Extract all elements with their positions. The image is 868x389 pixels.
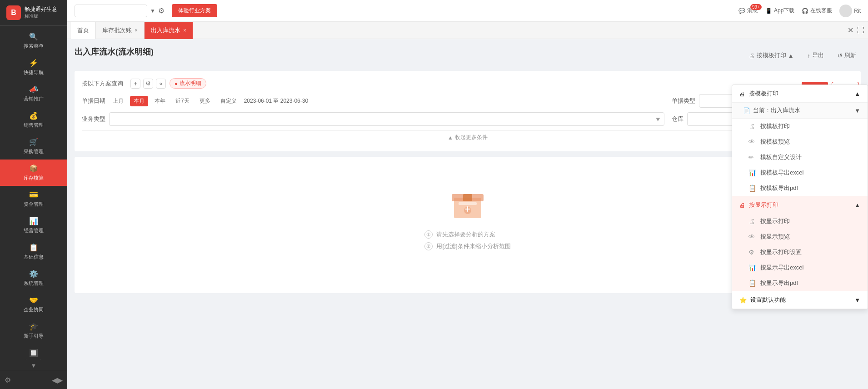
empty-steps: ① 请先选择要分析的方案 ② 用[过滤]条件来缩小分析范围 (424, 230, 510, 250)
tab-flow[interactable]: 出入库流水× (145, 22, 193, 39)
print-template-btn[interactable]: 🖨 按模板打印 ▲ (744, 49, 798, 62)
online-service-item[interactable]: 🎧 在线客服 (802, 7, 832, 15)
default-function-header[interactable]: ⭐ 设置默认功能 ▼ (732, 291, 868, 309)
dp-print-icon: 🖨 (748, 218, 756, 225)
filter-settings-btn[interactable]: ⚙ (143, 79, 153, 89)
sidebar-item-purchase[interactable]: 🛒采购管理 (0, 133, 67, 160)
display-print-item[interactable]: 🖨 按显示打印 (732, 214, 868, 229)
date-btn-本年[interactable]: 本年 (151, 96, 169, 106)
sidebar-item-sales[interactable]: 💰销售管理 (0, 107, 67, 133)
display-print-settings-item[interactable]: ⚙ 按显示打印设置 (732, 244, 868, 260)
chevron-up-icon: ▲ (788, 52, 794, 59)
collapse-icon[interactable]: ◀▶ (52, 376, 63, 384)
refresh-icon: ↺ (838, 52, 843, 59)
export-btn[interactable]: ↑ 导出 (803, 49, 829, 62)
search-input[interactable] (75, 5, 147, 17)
dropdown-title: 🖨 按模板打印 (739, 90, 778, 98)
sidebar-item-search[interactable]: 🔍搜索菜单 (0, 28, 67, 54)
default-function-section: ⭐ 设置默认功能 ▼ (732, 291, 868, 309)
sidebar-item-basic[interactable]: 📋基础信息 (0, 239, 67, 265)
sidebar-item-finance[interactable]: 💳资金管理 (0, 186, 67, 212)
sales-icon: 💰 (29, 111, 38, 120)
svg-rect-3 (459, 202, 477, 205)
template-custom-item[interactable]: ✏ 模板自定义设计 (732, 150, 868, 165)
user-item[interactable]: Rit (839, 5, 861, 17)
display-print-section: 🖨 按显示打印 ▲ 🖨 按显示打印 👁 按显示预览 ⚙ 按显示打印设置 📊 按显… (732, 196, 868, 291)
biz-type-select[interactable] (109, 112, 664, 126)
tab-close-all-btn[interactable]: ✕ (848, 26, 853, 35)
display-print-title-text: 按显示打印 (749, 201, 778, 209)
default-chevron: ▼ (854, 297, 860, 304)
filter-collapse-btn[interactable]: « (156, 79, 166, 89)
sidebar-item-inventory[interactable]: 📦库存核算 (0, 160, 67, 186)
display-print-title: 🖨 按显示打印 (739, 201, 778, 209)
sidebar-item-operations[interactable]: 📊经营管理 (0, 212, 67, 239)
date-btn-本月[interactable]: 本月 (130, 96, 148, 106)
header-gear-icon[interactable]: ⚙ (158, 6, 165, 15)
display-print-settings-label: 按显示打印设置 (760, 248, 802, 256)
step-1-num: ① (424, 230, 433, 239)
template-preview-item[interactable]: 👁 按模板预览 (732, 134, 868, 150)
empty-icon (447, 184, 488, 225)
step-2-text: 用[过滤]条件来缩小分析范围 (436, 242, 510, 250)
filter-tag-icon: ● (175, 80, 178, 87)
template-pdf-item[interactable]: 📋 按模板导出pdf (732, 180, 868, 196)
sidebar-item-guide[interactable]: 🎓新手引导 (0, 318, 67, 344)
display-preview-item[interactable]: 👁 按显示预览 (732, 229, 868, 244)
empty-step-2: ② 用[过滤]条件来缩小分析范围 (424, 242, 510, 250)
header-dropdown-btn[interactable]: ▼ (150, 8, 155, 14)
sidebar-item-marketing[interactable]: 📣营销推广 (0, 80, 67, 107)
display-excel-item[interactable]: 📊 按显示导出excel (732, 260, 868, 275)
tab-label-flow: 出入库流水 (151, 26, 180, 35)
tab-close-batch[interactable]: × (135, 27, 138, 34)
default-icon: ⭐ (739, 297, 747, 304)
logo-icon: B (6, 5, 21, 20)
refresh-btn[interactable]: ↺ 刷新 (833, 49, 861, 62)
tab-batch[interactable]: 库存批次账× (96, 22, 145, 39)
pdf-icon: 📋 (748, 185, 756, 192)
sidebar-scroll-down[interactable]: ▼ (0, 360, 67, 371)
date-btn-上月[interactable]: 上月 (109, 96, 127, 106)
sidebar-item-system[interactable]: ⚙️系统管理 (0, 265, 67, 291)
empty-step-1: ① 请先选择要分析的方案 (424, 230, 510, 239)
default-function-label: 设置默认功能 (750, 296, 786, 304)
display-pdf-item[interactable]: 📋 按显示导出pdf (732, 275, 868, 291)
trial-button[interactable]: 体验行业方案 (172, 4, 217, 17)
app-download-item[interactable]: 📱 App下载 (765, 7, 794, 15)
date-btn-自定义[interactable]: 自定义 (217, 96, 240, 106)
sidebar-item-shortcut[interactable]: ⚡快捷导航 (0, 54, 67, 80)
tab-close-flow[interactable]: × (183, 27, 186, 34)
template-excel-item[interactable]: 📊 按模板导出excel (732, 165, 868, 180)
top-header: ▼ ⚙ 体验行业方案 💬 消息 99+ 📱 App下载 🎧 在线客服 Rit (67, 0, 868, 22)
excel-icon: 📊 (748, 169, 756, 176)
message-item[interactable]: 💬 消息 99+ (738, 7, 758, 15)
dropdown-title-text: 按模板打印 (749, 90, 778, 98)
logo-area: B 畅捷通好生意 标准版 (0, 0, 67, 26)
display-preview-label: 按显示预览 (760, 233, 790, 241)
current-template-section: 📄 当前：出入库流水 ▼ (732, 103, 868, 119)
settings-icon[interactable]: ⚙ (5, 376, 11, 384)
display-pdf-label: 按显示导出pdf (760, 279, 798, 287)
template-custom-label: 模板自定义设计 (760, 153, 802, 161)
phone-icon: 📱 (765, 8, 772, 14)
template-excel-label: 按模板导出excel (760, 169, 803, 177)
filter-add-btn[interactable]: ＋ (130, 79, 140, 89)
tab-home[interactable]: 首页 (71, 22, 96, 39)
current-template-header[interactable]: 📄 当前：出入库流水 ▼ (732, 103, 868, 118)
dropdown-main-header[interactable]: 🖨 按模板打印 ▲ (732, 85, 868, 102)
template-options-section: 🖨 按模板打印 👁 按模板预览 ✏ 模板自定义设计 📊 按模板导出excel 📋… (732, 119, 868, 196)
display-print-header[interactable]: 🖨 按显示打印 ▲ (732, 196, 868, 214)
sidebar-item-apps[interactable]: 🔲应用中心 (0, 344, 67, 360)
tab-fullscreen-btn[interactable]: ⛶ (857, 26, 864, 35)
svg-rect-2 (463, 194, 472, 201)
preview-icon: 👁 (748, 138, 756, 145)
date-btn-近7天[interactable]: 近7天 (172, 96, 193, 106)
date-btn-更多[interactable]: 更多 (196, 96, 214, 106)
filter-tag[interactable]: ● 流水明细 (170, 78, 206, 89)
sidebar-item-corp[interactable]: 🤝企业协同 (0, 291, 67, 318)
message-badge: 99+ (750, 4, 762, 10)
tab-right-actions: ✕ ⛶ (848, 26, 864, 35)
default-function-title: ⭐ 设置默认功能 (739, 296, 786, 304)
template-print-item[interactable]: 🖨 按模板打印 (732, 119, 868, 134)
date-range: 2023-06-01 至 2023-06-30 (244, 97, 308, 105)
